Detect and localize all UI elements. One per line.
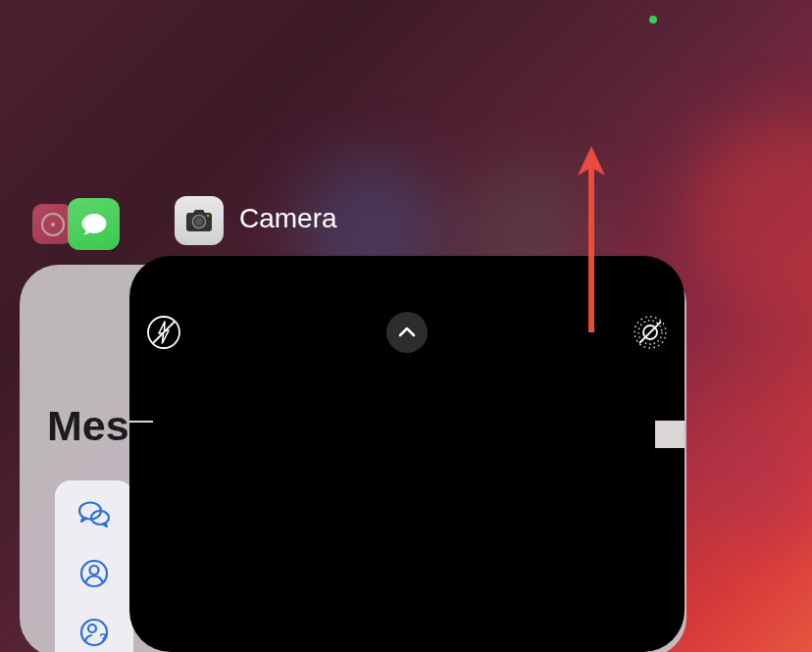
flash-off-icon[interactable] (146, 315, 181, 350)
messages-app-icon[interactable] (68, 198, 120, 250)
person-circle-icon[interactable] (77, 557, 111, 590)
privacy-indicator-icon (649, 16, 657, 24)
camera-app-card[interactable] (129, 256, 685, 652)
messages-sidebar: ? (55, 480, 133, 652)
svg-point-9 (90, 566, 99, 575)
svg-point-4 (195, 218, 203, 226)
viewfinder-frame-right (655, 421, 685, 448)
camera-app-icon[interactable] (175, 196, 224, 245)
camera-options-chevron-icon[interactable] (386, 312, 428, 353)
svg-point-11 (88, 625, 96, 632)
viewfinder-frame-left (129, 421, 153, 423)
svg-point-1 (51, 223, 55, 226)
svg-text:?: ? (99, 630, 107, 645)
camera-app-label: Camera (239, 203, 337, 234)
messages-card-title: Mes (47, 402, 129, 450)
svg-point-5 (207, 215, 209, 217)
live-photo-off-icon[interactable] (633, 315, 668, 350)
clock-app-icon[interactable] (32, 204, 73, 244)
person-question-icon[interactable]: ? (77, 616, 111, 649)
chat-bubbles-icon[interactable] (77, 498, 111, 531)
